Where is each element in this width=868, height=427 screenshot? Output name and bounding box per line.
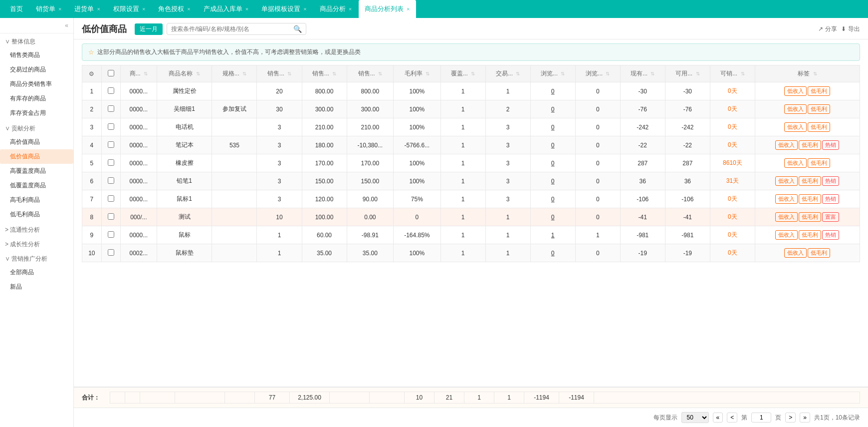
row-checkbox[interactable] <box>101 154 120 172</box>
browse-link[interactable]: 0 <box>551 214 555 221</box>
browse-link[interactable]: 0 <box>551 250 555 257</box>
row-select-checkbox[interactable] <box>108 177 114 184</box>
search-input[interactable] <box>171 25 291 32</box>
col-sellable[interactable]: 可销... ⇅ <box>710 65 755 82</box>
browse-count[interactable]: 0 <box>530 136 575 154</box>
row-select-checkbox[interactable] <box>108 123 114 130</box>
col-checkbox[interactable] <box>101 65 120 82</box>
browse-link[interactable]: 0 <box>551 196 555 203</box>
row-select-checkbox[interactable] <box>108 249 114 256</box>
row-select-checkbox[interactable] <box>108 159 114 166</box>
row-checkbox[interactable] <box>101 82 120 100</box>
close-icon[interactable]: × <box>245 6 248 12</box>
sidebar-group-marketing[interactable]: ∨ 营销推广分析 <box>0 251 73 265</box>
row-checkbox[interactable] <box>101 136 120 154</box>
close-icon[interactable]: × <box>303 6 306 12</box>
browse-count[interactable]: 0 <box>530 244 575 262</box>
sidebar-group-growth[interactable]: > 成长性分析 <box>0 236 73 251</box>
sidebar-group-contribution[interactable]: ∨ 贡献分析 <box>0 120 73 135</box>
close-icon[interactable]: × <box>187 6 190 12</box>
browse-count[interactable]: 0 <box>530 118 575 136</box>
browse-count[interactable]: 0 <box>530 208 575 226</box>
last-page-button[interactable]: » <box>800 413 810 423</box>
browse-link[interactable]: 0 <box>551 124 555 131</box>
col-settings[interactable]: ⚙ <box>82 65 102 82</box>
date-filter-button[interactable]: 近一月 <box>135 23 163 35</box>
close-icon[interactable]: × <box>58 6 61 12</box>
sidebar-item-high-coverage[interactable]: 高覆盖度商品 <box>0 164 73 178</box>
nav-product-analysis-list[interactable]: 商品分析列表 × <box>359 0 416 18</box>
sidebar-item-sales-products[interactable]: 销售类商品 <box>0 48 73 62</box>
nav-permission-settings[interactable]: 权限设置 × <box>107 0 151 18</box>
col-sales3[interactable]: 销售... ⇅ <box>347 65 394 82</box>
sidebar-group-overview[interactable]: ∨ 整体信息 <box>0 33 73 48</box>
row-select-checkbox[interactable] <box>108 87 114 94</box>
close-icon[interactable]: × <box>349 6 352 12</box>
col-browse1[interactable]: 浏览... ⇅ <box>530 65 575 82</box>
browse-count[interactable]: 0 <box>530 190 575 208</box>
close-icon[interactable]: × <box>97 6 100 12</box>
next-page-button[interactable]: > <box>785 413 796 423</box>
browse-count[interactable]: 0 <box>530 100 575 118</box>
sidebar-item-low-coverage[interactable]: 低覆盖度商品 <box>0 178 73 193</box>
page-size-select[interactable]: 50 100 200 <box>681 412 709 423</box>
row-checkbox[interactable] <box>101 118 120 136</box>
row-checkbox[interactable] <box>101 208 120 226</box>
close-icon[interactable]: × <box>142 6 145 12</box>
nav-template-settings[interactable]: 单据模板设置 × <box>255 0 312 18</box>
sidebar-item-low-value[interactable]: 低价值商品 <box>0 149 73 164</box>
sidebar-item-high-margin[interactable]: 高毛利商品 <box>0 193 73 207</box>
col-tag[interactable]: 标签 ⇅ <box>755 65 860 82</box>
row-checkbox[interactable] <box>101 172 120 190</box>
row-checkbox[interactable] <box>101 244 120 262</box>
sidebar-item-low-margin[interactable]: 低毛利商品 <box>0 207 73 222</box>
sidebar-group-flow[interactable]: > 流通性分析 <box>0 222 73 236</box>
browse-link[interactable]: 0 <box>551 160 555 167</box>
search-icon[interactable]: 🔍 <box>293 25 302 33</box>
nav-role-auth[interactable]: 角色授权 × <box>152 0 196 18</box>
prev-page-button[interactable]: < <box>727 413 737 423</box>
browse-link[interactable]: 1 <box>551 232 555 239</box>
row-checkbox[interactable] <box>101 100 120 118</box>
row-select-checkbox[interactable] <box>108 213 114 220</box>
export-button[interactable]: ⬇ 导出 <box>841 25 860 33</box>
browse-link[interactable]: 0 <box>551 106 555 113</box>
browse-count[interactable]: 1 <box>530 226 575 244</box>
nav-product-analysis[interactable]: 商品分析 × <box>314 0 358 18</box>
nav-purchase-order[interactable]: 进货单 × <box>68 0 106 18</box>
sidebar-item-high-value[interactable]: 高价值商品 <box>0 135 73 149</box>
sidebar-item-all-products[interactable]: 全部商品 <box>0 265 73 280</box>
nav-home[interactable]: 首页 <box>4 0 29 18</box>
nav-sales-order[interactable]: 销货单 × <box>30 0 67 18</box>
sidebar-item-category-sales-rate[interactable]: 商品分类销售率 <box>0 77 73 91</box>
first-page-button[interactable]: « <box>713 413 723 423</box>
col-stock[interactable]: 现有... ⇅ <box>620 65 665 82</box>
browse-count[interactable]: 0 <box>530 82 575 100</box>
browse-count[interactable]: 0 <box>530 172 575 190</box>
sidebar-collapse-button[interactable]: « <box>63 20 70 31</box>
row-checkbox[interactable] <box>101 226 120 244</box>
sidebar-item-stocked-products[interactable]: 有库存的商品 <box>0 91 73 106</box>
row-select-checkbox[interactable] <box>108 141 114 148</box>
col-sales1[interactable]: 销售... ⇅ <box>257 65 302 82</box>
browse-link[interactable]: 0 <box>551 178 555 185</box>
browse-link[interactable]: 0 <box>551 142 555 149</box>
page-number-input[interactable] <box>751 413 771 423</box>
sidebar-item-stock-capital[interactable]: 库存资金占用 <box>0 106 73 120</box>
browse-link[interactable]: 0 <box>551 88 555 95</box>
browse-count[interactable]: 0 <box>530 154 575 172</box>
row-checkbox[interactable] <box>101 190 120 208</box>
col-coverage[interactable]: 覆盖... ⇅ <box>440 65 485 82</box>
col-browse2[interactable]: 浏览... ⇅ <box>575 65 620 82</box>
row-select-checkbox[interactable] <box>108 195 114 202</box>
nav-product-warehouse[interactable]: 产成品入库单 × <box>198 0 254 18</box>
col-available[interactable]: 可用... ⇅ <box>665 65 710 82</box>
settings-icon[interactable]: ⚙ <box>89 70 94 77</box>
row-select-checkbox[interactable] <box>108 231 114 238</box>
sidebar-item-new-products[interactable]: 新品 <box>0 280 73 294</box>
close-icon[interactable]: × <box>407 6 410 12</box>
row-select-checkbox[interactable] <box>108 105 114 112</box>
col-code[interactable]: 商... ⇅ <box>120 65 157 82</box>
select-all-checkbox[interactable] <box>108 70 114 76</box>
col-margin[interactable]: 毛利率 ⇅ <box>394 65 441 82</box>
